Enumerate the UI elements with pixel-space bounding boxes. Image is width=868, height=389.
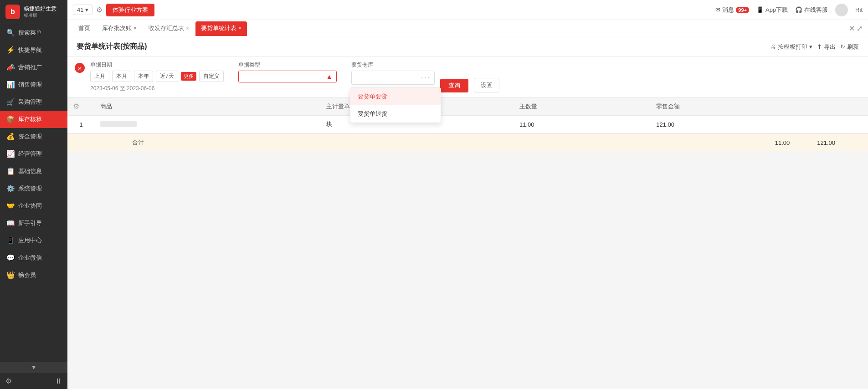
query-button[interactable]: 查询 (440, 79, 468, 92)
wechat-icon: 💬 (6, 254, 15, 262)
fullscreen-icon[interactable]: ⤢ (857, 24, 863, 33)
date-btn-last-month[interactable]: 上月 (90, 71, 109, 82)
warehouse-filter-group: 要货仓库 ··· (351, 61, 435, 85)
sidebar-item-label: 经营管理 (18, 150, 42, 158)
tabbar: 首页 库存批次账 × 收发存汇总表 × 要货单统计表 × ✕ ⤢ (67, 20, 868, 37)
tab-requisition-stat[interactable]: 要货单统计表 × (195, 21, 247, 36)
service-icon: 🎧 (795, 6, 802, 13)
col-product-header: 商品 (95, 97, 321, 116)
tab-home-label: 首页 (78, 24, 90, 32)
type-dropdown: 要货单要货 要货单退货 (350, 87, 441, 123)
sidebar-item-marketing[interactable]: 📣 营销推广 (0, 59, 67, 76)
warehouse-filter-more[interactable]: ··· (421, 73, 431, 82)
date-btn-custom[interactable]: 自定义 (199, 71, 224, 82)
tab-requisition-stat-close[interactable]: × (238, 25, 241, 31)
date-more-badge[interactable]: 更多 (181, 72, 196, 81)
sidebar-item-appstore[interactable]: 📱 应用中心 (0, 232, 67, 249)
dropdown-item-return[interactable]: 要货单退货 (350, 105, 441, 123)
export-button[interactable]: ⬆ 导出 (817, 43, 836, 51)
date-filter-label: 单据日期 (90, 61, 224, 69)
tabbar-actions: ✕ ⤢ (849, 24, 863, 33)
date-btn-this-year[interactable]: 本年 (134, 71, 153, 82)
settings-icon[interactable]: ⚙ (5, 377, 12, 385)
type-filter-select[interactable]: ▲ (238, 71, 337, 82)
type-filter-input[interactable] (242, 73, 324, 80)
export-label: 导出 (824, 43, 836, 51)
tab-receipt-summary[interactable]: 收发存汇总表 × (143, 21, 195, 36)
table-header-row: ⚙ 商品 主计量单位 主数量 零售金额 (67, 97, 868, 116)
sidebar-item-purchase[interactable]: 🛒 采购管理 (0, 93, 67, 111)
tab-home[interactable]: 首页 (73, 21, 96, 36)
date-btn-7days[interactable]: 近7天 (156, 71, 178, 82)
tab-inventory-batch[interactable]: 库存批次账 × (97, 21, 142, 36)
sales-icon: 📊 (6, 81, 15, 89)
sidebar-item-wechat[interactable]: 💬 企业微信 (0, 249, 67, 266)
messages-button[interactable]: ✉ 消息 99+ (715, 6, 749, 14)
sidebar-item-label: 快捷导航 (18, 46, 42, 54)
marketing-icon: 📣 (6, 63, 15, 72)
topbar: 41 ▾ ⚙ 体验行业方案 ✉ 消息 99+ 📱 App下载 🎧 在线客服 Ri… (67, 0, 868, 20)
sidebar-item-sales[interactable]: 📊 销售管理 (0, 76, 67, 93)
tab-receipt-summary-close[interactable]: × (186, 25, 189, 31)
company-dropdown[interactable]: 41 ▾ (73, 5, 92, 15)
app-logo-icon: b (5, 5, 20, 19)
sidebar-item-quicknav[interactable]: ⚡ 快捷导航 (0, 41, 67, 59)
dropdown-item-label: 要货单要货 (358, 93, 387, 100)
search-icon: 🔍 (6, 29, 15, 37)
product-placeholder (100, 121, 137, 127)
sidebar-item-basics[interactable]: 📋 基础信息 (0, 163, 67, 180)
footer-retail: 121.00 (817, 139, 835, 146)
tab-receipt-summary-label: 收发存汇总表 (149, 24, 184, 32)
sidebar-item-label: 搜索菜单 (18, 29, 42, 37)
column-settings-icon[interactable]: ⚙ (73, 102, 79, 110)
system-icon: ⚙️ (6, 184, 15, 193)
collapse-icon[interactable]: ⏸ (55, 377, 62, 385)
messages-icon: ✉ (715, 6, 720, 13)
cell-seq: 1 (67, 116, 95, 133)
tab-inventory-batch-close[interactable]: × (134, 25, 137, 31)
sidebar-item-operations[interactable]: 📈 经营管理 (0, 145, 67, 163)
sidebar-item-label: 基础信息 (18, 167, 42, 175)
print-button[interactable]: 🖨 按模板打印 ▾ (770, 43, 812, 51)
data-table-wrapper: ⚙ 商品 主计量单位 主数量 零售金额 1 (67, 97, 868, 133)
warehouse-filter-select[interactable]: ··· (351, 71, 435, 85)
close-window-icon[interactable]: ✕ (849, 24, 855, 33)
app-download-button[interactable]: 📱 App下载 (756, 6, 788, 14)
date-range-display: 2023-05-06 至 2023-06-06 (90, 85, 224, 92)
sidebar-item-guide[interactable]: 📖 新手引导 (0, 215, 67, 232)
sidebar-item-label: 销售管理 (18, 81, 42, 89)
warehouse-filter-input[interactable] (355, 74, 419, 81)
main-area: 41 ▾ ⚙ 体验行业方案 ✉ 消息 99+ 📱 App下载 🎧 在线客服 Ri… (67, 0, 868, 389)
sidebar-item-enterprise[interactable]: 🤝 企业协同 (0, 197, 67, 215)
dropdown-item-requisition[interactable]: 要货单要货 (350, 88, 441, 105)
sidebar-item-system[interactable]: ⚙️ 系统管理 (0, 180, 67, 197)
date-btn-this-month[interactable]: 本月 (112, 71, 131, 82)
dropdown-item-label: 要货单退货 (358, 110, 387, 117)
topbar-right: ✉ 消息 99+ 📱 App下载 🎧 在线客服 Rit (715, 4, 863, 16)
sidebar-item-members[interactable]: 👑 畅会员 (0, 266, 67, 284)
app-download-label: App下载 (765, 6, 788, 14)
online-service-button[interactable]: 🎧 在线客服 (795, 6, 828, 14)
sidebar: b 畅捷通好生意 标准版 🔍 搜索菜单 ⚡ 快捷导航 📣 营销推广 📊 销售管理… (0, 0, 67, 389)
footer-quantity: 11.00 (775, 139, 790, 146)
refresh-button[interactable]: ↻ 刷新 (840, 43, 859, 51)
topbar-settings-icon[interactable]: ⚙ (96, 5, 103, 14)
sidebar-item-label: 系统管理 (18, 184, 42, 193)
sidebar-item-search[interactable]: 🔍 搜索菜单 (0, 24, 67, 41)
sidebar-item-inventory[interactable]: 📦 库存核算 (0, 111, 67, 128)
date-filter-group: 单据日期 上月 本月 本年 近7天 更多 自定义 2023-05-06 至 20… (90, 61, 224, 92)
members-icon: 👑 (6, 271, 15, 279)
type-filter-chevron-up: ▲ (326, 73, 333, 80)
user-avatar[interactable] (835, 4, 848, 16)
cell-product (95, 116, 321, 133)
warehouse-filter-label: 要货仓库 (351, 61, 435, 69)
sidebar-item-finance[interactable]: 💰 资金管理 (0, 128, 67, 145)
filter-expand-button[interactable]: » (75, 63, 85, 73)
trial-button[interactable]: 体验行业方案 (106, 4, 154, 16)
sidebar-item-label: 应用中心 (18, 236, 42, 245)
finance-icon: 💰 (6, 133, 15, 141)
sidebar-item-label: 库存核算 (18, 115, 42, 123)
sidebar-scroll-down[interactable]: ▼ (0, 362, 67, 373)
filter-settings-button[interactable]: 设置 (474, 78, 499, 92)
sidebar-nav: 🔍 搜索菜单 ⚡ 快捷导航 📣 营销推广 📊 销售管理 🛒 采购管理 📦 库存核… (0, 24, 67, 362)
